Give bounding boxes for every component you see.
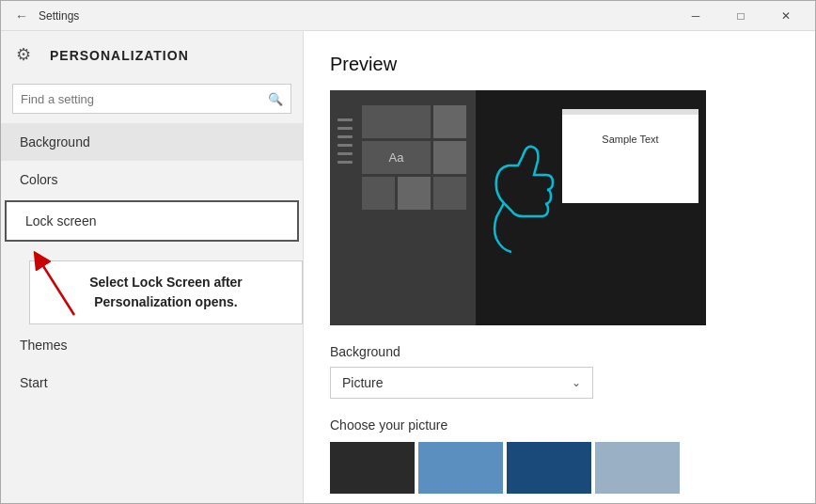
tile-top-wide <box>362 105 431 138</box>
maximize-button[interactable]: □ <box>719 1 762 31</box>
picture-strip <box>330 442 789 494</box>
sidebar-item-background[interactable]: Background <box>1 123 303 161</box>
back-icon: ← <box>15 8 28 24</box>
search-icon: 🔍 <box>268 92 283 106</box>
main-layout: ⚙ PERSONALIZATION 🔍 Background Colors Lo… <box>1 31 815 504</box>
titlebar: ← Settings ─ □ ✕ <box>1 1 815 31</box>
titlebar-title: Settings <box>39 9 79 23</box>
preview-card-bar <box>562 109 698 115</box>
background-dropdown[interactable]: Picture ⌄ <box>330 367 593 399</box>
search-input[interactable] <box>21 92 268 106</box>
tile-bot-left <box>362 177 395 210</box>
line-4 <box>337 144 353 147</box>
picture-thumb-2[interactable] <box>418 442 503 494</box>
preview-box: Aa <box>330 90 706 325</box>
chevron-down-icon: ⌄ <box>572 376 581 389</box>
dropdown-value: Picture <box>342 375 384 390</box>
tile-bot-right <box>433 177 466 210</box>
line-3 <box>337 135 353 138</box>
picture-thumb-3[interactable] <box>507 442 591 494</box>
preview-tile-grid: Aa <box>362 105 466 210</box>
page-title: Preview <box>330 54 789 75</box>
choose-picture-label: Choose your picture <box>330 417 789 433</box>
sidebar-item-themes[interactable]: Themes <box>1 326 303 364</box>
sample-text: Sample Text <box>602 134 658 145</box>
search-box[interactable]: 🔍 <box>12 84 291 114</box>
minimize-button[interactable]: ─ <box>674 1 717 31</box>
lock-screen-section: Lock screen Select Lock Screen after Per… <box>1 200 303 324</box>
sidebar-item-start[interactable]: Start <box>1 364 303 402</box>
line-1 <box>337 118 353 121</box>
thumbs-up-figure <box>476 128 560 278</box>
back-button[interactable]: ← <box>8 3 35 29</box>
background-label: Background <box>330 344 789 359</box>
content-area: Preview Aa <box>304 31 815 504</box>
picture-thumb-4[interactable] <box>595 442 680 494</box>
instruction-callout: Select Lock Screen after Personalization… <box>29 260 303 324</box>
close-button[interactable]: ✕ <box>764 1 808 31</box>
preview-card: Sample Text <box>562 109 698 203</box>
sidebar: ⚙ PERSONALIZATION 🔍 Background Colors Lo… <box>1 31 304 504</box>
tile-aa: Aa <box>362 141 431 174</box>
preview-left-panel: Aa <box>330 90 476 325</box>
line-2 <box>337 127 353 130</box>
callout-area: Select Lock Screen after Personalization… <box>1 260 303 324</box>
sidebar-section-title: PERSONALIZATION <box>50 48 189 63</box>
sidebar-item-lock-screen[interactable]: Lock screen <box>5 200 299 242</box>
aa-text: Aa <box>389 150 404 165</box>
picture-thumb-1[interactable] <box>330 442 415 494</box>
preview-lines <box>337 118 353 164</box>
callout-text: Select Lock Screen after Personalization… <box>89 275 243 309</box>
sidebar-item-colors[interactable]: Colors <box>1 161 303 198</box>
tile-top-right <box>433 105 466 138</box>
line-5 <box>337 152 353 155</box>
tile-mid-right <box>433 141 466 174</box>
window-controls: ─ □ ✕ <box>674 1 808 31</box>
line-6 <box>337 161 353 164</box>
tile-bot-mid <box>398 177 431 210</box>
sidebar-header: ⚙ PERSONALIZATION <box>1 31 303 80</box>
gear-icon: ⚙ <box>16 44 39 67</box>
